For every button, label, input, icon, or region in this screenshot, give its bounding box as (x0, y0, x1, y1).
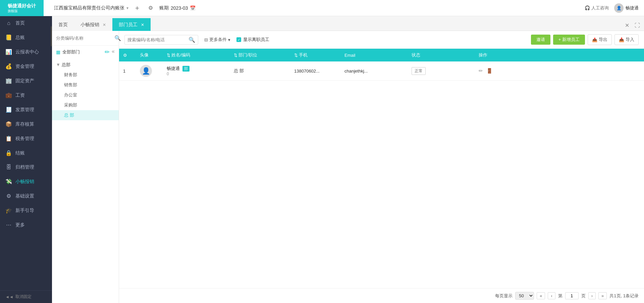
sidebar-item-invoice[interactable]: 🧾 发票管理 (0, 102, 52, 117)
edit-dept-icon[interactable]: ✏ (105, 48, 110, 56)
collapse-icon[interactable]: « (112, 48, 115, 56)
employee-data-table: ⚙ 头像 ⇅ 姓名/编码 (119, 49, 644, 81)
dept-item-sales[interactable]: 销售部 (52, 80, 119, 90)
sidebar-item-tax[interactable]: 📋 税务管理 (0, 131, 52, 146)
action-icons: ✏ 🚪 (479, 68, 640, 74)
col-action-label: 操作 (479, 52, 487, 57)
dept-item-purchase[interactable]: 采购部 (52, 100, 119, 110)
col-name[interactable]: ⇅ 姓名/编码 (163, 49, 230, 61)
sidebar-item-label: 首页 (15, 20, 25, 26)
company-name: 江西服宝精品有限责任公司内账张 (54, 5, 124, 11)
employee-name: 畅捷通 (167, 66, 180, 71)
last-page-button[interactable]: » (598, 292, 607, 299)
dept-root-name: 总部 (62, 62, 70, 67)
sidebar-item-archive[interactable]: 🗄 归档管理 (0, 160, 52, 174)
sidebar-item-salary[interactable]: 💼 工资 (0, 88, 52, 102)
dept-search-input[interactable] (56, 36, 112, 41)
show-resigned-checkbox[interactable] (236, 37, 241, 42)
col-status: 状态 (408, 49, 475, 61)
sidebar-item-guide[interactable]: 🎓 新手引导 (0, 203, 52, 218)
tab-expand-button[interactable]: ⛶ (633, 22, 641, 29)
dept-item-general[interactable]: 总 部 (52, 110, 119, 120)
pin-icon: ◄◄ (5, 295, 13, 299)
company-dropdown-icon[interactable]: ▾ (126, 6, 128, 10)
sidebar-item-assets[interactable]: 🏢 固定资产 (0, 74, 52, 88)
avatar: 👤 (614, 3, 624, 13)
dept-panel: 🔍 ▦ 全部部门 ✏ « ▼ 总部 (52, 31, 119, 303)
show-resigned-label: 显示离职员工 (243, 37, 269, 43)
add-employee-button[interactable]: + 新增员工 (553, 35, 585, 45)
import-icon: 📥 (619, 37, 624, 42)
col-settings[interactable]: ⚙ (119, 49, 136, 61)
sidebar-item-label: 税务管理 (15, 136, 34, 142)
tab-xiaochang[interactable]: 小畅报销 ✕ (74, 18, 112, 31)
col-action: 操作 (475, 49, 644, 61)
sidebar-item-ledger[interactable]: 📒 总账 (0, 30, 52, 45)
logo-sub: 旗舰版 (8, 9, 36, 13)
dept-purchase-name: 采购部 (64, 102, 77, 107)
page-number-input[interactable] (565, 292, 579, 299)
first-page-button[interactable]: « (537, 292, 545, 299)
tab-xiaochang-close[interactable]: ✕ (103, 23, 106, 27)
sidebar-item-more[interactable]: ⋯ 更多 (0, 218, 52, 232)
sidebar-item-settings[interactable]: ⚙ 基础设置 (0, 189, 52, 203)
row-index: 1 (119, 61, 136, 81)
logout-employee-icon[interactable]: 🚪 (486, 68, 493, 74)
user-name: 畅捷通 (626, 5, 639, 11)
edit-employee-icon[interactable]: ✏ (479, 68, 483, 74)
period-value: 2023-03 (171, 5, 188, 11)
page-prefix-label: 第 (558, 293, 562, 299)
employee-toolbar: 🔍 ⊟ 更多条件 ▾ 显示离职员工 邀请 + 新增员工 (119, 31, 644, 49)
export-button[interactable]: 📤 导出 (588, 34, 612, 45)
table-footer: 每页显示 50 10 20 100 « ‹ 第 页 › » 共1页, 1条记录 (119, 288, 644, 303)
row-name-cell: 畅捷通 部 0 (163, 61, 230, 81)
filter-button[interactable]: ⊟ 更多条件 ▾ (202, 35, 233, 44)
archive-icon: 🗄 (5, 164, 12, 170)
sidebar-item-inventory[interactable]: 📦 库存核算 (0, 117, 52, 131)
page-size-select[interactable]: 50 10 20 100 (515, 292, 534, 300)
col-phone[interactable]: ⇅ 手机 (290, 49, 340, 61)
dept-root-label[interactable]: ▼ 总部 (52, 60, 119, 70)
search-icon[interactable]: 🔍 (189, 37, 195, 43)
unpin-button[interactable]: ◄◄ 取消固定 (0, 290, 52, 303)
avatar-icon: 👤 (616, 6, 622, 10)
import-button[interactable]: 📥 导入 (614, 34, 639, 45)
employee-search-input[interactable] (127, 37, 186, 42)
tab-home[interactable]: 首页 (52, 18, 74, 31)
inventory-icon: 📦 (5, 121, 12, 127)
export-icon: 📤 (592, 37, 597, 42)
tab-right-actions: ✕ ⛶ (624, 21, 644, 31)
show-resigned-toggle[interactable]: 显示离职员工 (236, 37, 269, 43)
sidebar-item-reports[interactable]: 📊 云报表中心 (0, 45, 52, 59)
status-badge: 正常 (412, 67, 426, 75)
col-dept[interactable]: ⇅ 部门/职位 (230, 49, 290, 61)
add-tab-button[interactable]: ＋ (132, 3, 142, 13)
col-avatar: 头像 (136, 49, 163, 61)
tab-dept-emp[interactable]: 部门员工 ✕ (112, 18, 151, 31)
all-dept-label[interactable]: ▦ 全部部门 (56, 49, 80, 55)
dept-item-finance[interactable]: 财务部 (52, 70, 119, 80)
sidebar-item-close[interactable]: 🔒 结账 (0, 146, 52, 160)
table-row: 1 👤 畅捷通 部 (119, 61, 644, 81)
dept-item-office[interactable]: 办公室 (52, 90, 119, 100)
sidebar-item-xiao[interactable]: 💸 小畅报销 (0, 174, 52, 189)
filter-dropdown-icon: ▾ (228, 37, 230, 42)
company-selector[interactable]: 江西服宝精品有限责任公司内账张 ▾ (54, 5, 128, 11)
sidebar-item-home[interactable]: ⌂ 首页 (0, 16, 52, 30)
sidebar-item-funds[interactable]: 💰 资金管理 (0, 59, 52, 74)
user-area[interactable]: 👤 畅捷通 (614, 3, 639, 13)
employee-email: chanjethkj... (344, 69, 368, 74)
next-page-button[interactable]: › (588, 292, 596, 299)
dept-finance-name: 财务部 (64, 72, 77, 77)
tab-dept-emp-close[interactable]: ✕ (141, 23, 144, 27)
settings-icon[interactable]: ⚙ (146, 3, 155, 13)
prev-page-button[interactable]: ‹ (548, 292, 555, 299)
service-button[interactable]: 🎧 人工咨询 (585, 5, 609, 11)
sidebar-item-label: 总账 (15, 35, 25, 41)
sidebar-item-label: 固定资产 (15, 78, 34, 84)
table-settings-icon[interactable]: ⚙ (123, 53, 127, 58)
invite-button[interactable]: 邀请 (531, 35, 550, 45)
tab-close-button[interactable]: ✕ (624, 21, 631, 29)
employee-phone: 138070602... (294, 69, 320, 74)
calendar-icon[interactable]: 📅 (190, 5, 196, 11)
